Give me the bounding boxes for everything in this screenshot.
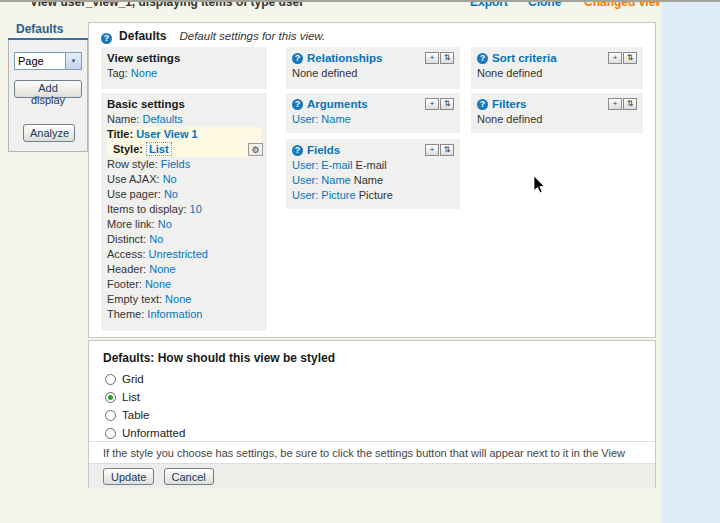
analyze-button[interactable]: Analyze <box>23 124 75 142</box>
setting-label: Footer: <box>107 278 142 290</box>
tab-defaults[interactable]: Defaults <box>8 22 88 40</box>
display-type-select[interactable]: Page ▼ <box>14 52 82 70</box>
argument-link[interactable]: User: Name <box>292 113 351 125</box>
cancel-button[interactable]: Cancel <box>164 468 214 485</box>
setting-label: Title: <box>107 128 133 140</box>
radio-icon-selected[interactable] <box>105 392 116 403</box>
rearrange-icon[interactable]: ⇅ <box>440 52 454 64</box>
display-description: Default settings for this view. <box>179 30 325 42</box>
radio-label: List <box>122 391 140 403</box>
radio-option-grid[interactable]: Grid <box>105 373 144 385</box>
display-type-value: Page <box>15 55 65 67</box>
radio-option-table[interactable]: Table <box>105 409 150 421</box>
field-link[interactable]: User: Name <box>292 174 351 186</box>
help-icon[interactable]: ? <box>477 99 488 110</box>
setting-value-link[interactable]: No <box>149 233 163 245</box>
add-icon[interactable]: + <box>425 52 439 64</box>
radio-option-list[interactable]: List <box>105 391 140 403</box>
setting-row-name: Name: Defaults <box>107 112 261 127</box>
field-label-suffix: Name <box>351 174 383 186</box>
radio-icon[interactable] <box>105 428 116 439</box>
view-header-bar: View user_view_1, displaying items of ty… <box>0 2 660 11</box>
sort-criteria-heading-link[interactable]: Sort criteria <box>492 52 557 64</box>
setting-value-link[interactable]: No <box>164 188 178 200</box>
setting-value-link[interactable]: None <box>165 293 191 305</box>
setting-label: Access: <box>107 248 146 260</box>
setting-value-link[interactable]: No <box>163 173 177 185</box>
update-button[interactable]: Update <box>103 468 154 485</box>
field-row: User: Name Name <box>292 173 454 188</box>
setting-row-footer: Footer: None <box>107 277 261 292</box>
style-settings-gear-icon[interactable]: ⚙ <box>248 143 263 156</box>
help-icon[interactable]: ? <box>292 99 303 110</box>
setting-value-link[interactable]: Fields <box>161 158 190 170</box>
add-icon[interactable]: + <box>425 144 439 156</box>
field-row: User: Picture Picture <box>292 188 454 203</box>
setting-value-link[interactable]: Information <box>147 308 202 320</box>
radio-label: Unformatted <box>122 427 185 439</box>
help-icon[interactable]: ? <box>292 145 303 156</box>
filters-empty-text: None defined <box>477 112 637 127</box>
rearrange-icon[interactable]: ⇅ <box>440 144 454 156</box>
setting-value-link[interactable]: None <box>145 278 171 290</box>
add-display-button[interactable]: Add display <box>14 80 82 98</box>
setting-label: Items to display: <box>107 203 186 215</box>
setting-label: Row style: <box>107 158 158 170</box>
setting-value-link[interactable]: No <box>158 218 172 230</box>
clone-link[interactable]: Clone <box>528 2 561 9</box>
radio-icon[interactable] <box>105 410 116 421</box>
style-settings-form: Defaults: How should this view be styled… <box>88 340 656 488</box>
argument-row: User: Name <box>292 112 454 127</box>
add-icon[interactable]: + <box>608 98 622 110</box>
chevron-down-icon: ▼ <box>65 53 81 69</box>
page-background-strip <box>662 0 720 523</box>
setting-value-link[interactable]: None <box>131 67 157 79</box>
setting-label: More link: <box>107 218 155 230</box>
setting-value-link[interactable]: 10 <box>190 203 202 215</box>
setting-value-link[interactable]: Unrestricted <box>149 248 208 260</box>
rearrange-icon[interactable]: ⇅ <box>623 98 637 110</box>
setting-label: Use AJAX: <box>107 173 160 185</box>
setting-row-empty: Empty text: None <box>107 292 261 307</box>
filters-heading-link[interactable]: Filters <box>492 98 527 110</box>
setting-value-link[interactable]: Defaults <box>142 113 182 125</box>
help-icon[interactable]: ? <box>477 53 488 64</box>
setting-label: Theme: <box>107 308 144 320</box>
relationships-heading-link[interactable]: Relationships <box>307 52 382 64</box>
field-link[interactable]: User: Picture <box>292 189 356 201</box>
rearrange-icon[interactable]: ⇅ <box>623 52 637 64</box>
setting-label: Tag: <box>107 67 128 79</box>
add-icon[interactable]: + <box>608 52 622 64</box>
rearrange-icon[interactable]: ⇅ <box>440 98 454 110</box>
setting-label: Style: <box>113 143 143 155</box>
radio-option-unformatted[interactable]: Unformatted <box>105 427 185 439</box>
add-icon[interactable]: + <box>425 98 439 110</box>
setting-value-link[interactable]: None <box>149 263 175 275</box>
setting-label: Name: <box>107 113 139 125</box>
radio-icon[interactable] <box>105 374 116 385</box>
help-icon[interactable]: ? <box>292 53 303 64</box>
export-link[interactable]: Export <box>470 2 508 9</box>
setting-value-link-active[interactable]: List <box>146 142 172 156</box>
field-row: User: E-mail E-mail <box>292 158 454 173</box>
basic-settings-box: Basic settings Name: Defaults Title: Use… <box>101 93 267 331</box>
setting-row-ajax: Use AJAX: No <box>107 172 261 187</box>
setting-row-items: Items to display: 10 <box>107 202 261 217</box>
setting-value-link[interactable]: User View 1 <box>136 128 198 140</box>
setting-label: Empty text: <box>107 293 162 305</box>
mouse-cursor <box>533 176 546 194</box>
fields-box: ? Fields + ⇅ User: E-mail E-mail User: N… <box>286 139 460 209</box>
setting-row-distinct: Distinct: No <box>107 232 261 247</box>
setting-label: Use pager: <box>107 188 161 200</box>
fields-heading-link[interactable]: Fields <box>307 144 340 156</box>
filters-box: ? Filters + ⇅ None defined <box>471 93 643 133</box>
sort-criteria-box: ? Sort criteria + ⇅ None defined <box>471 47 643 89</box>
field-link[interactable]: User: E-mail <box>292 159 353 171</box>
setting-row-morelink: More link: No <box>107 217 261 232</box>
setting-row-tag: Tag: None <box>107 66 261 81</box>
radio-label: Grid <box>122 373 144 385</box>
overview-header: ? Defaults Default settings for this vie… <box>101 29 325 44</box>
displays-sidebar: Defaults Page ▼ Add display Analyze <box>8 22 88 152</box>
arguments-heading-link[interactable]: Arguments <box>307 98 368 110</box>
help-icon[interactable]: ? <box>101 33 112 44</box>
